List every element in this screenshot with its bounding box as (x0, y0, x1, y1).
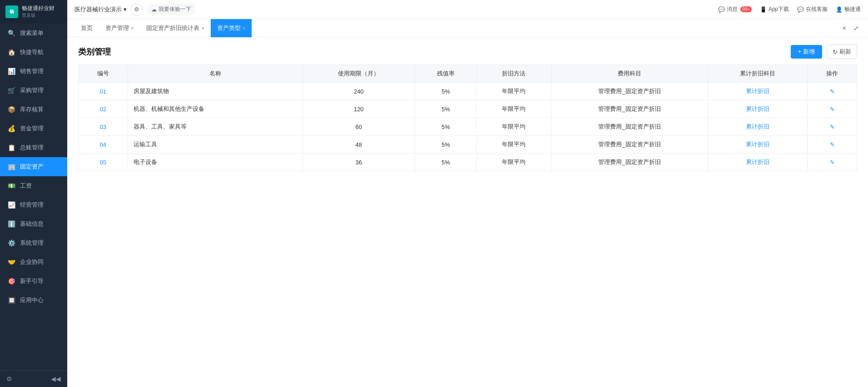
cell-method: 年限平均 (476, 83, 551, 100)
sidebar-item-inventory[interactable]: 📦 库存核算 (0, 100, 67, 119)
cell-method: 年限平均 (476, 118, 551, 136)
sidebar: 畅 畅捷通好业财 普及版 🔍 搜索菜单 🏠 快捷导航 📊 销售管理 🛒 采购管理… (0, 0, 67, 387)
tab-home[interactable]: 首页 (74, 19, 99, 37)
app-download-label: App下载 (769, 5, 789, 13)
cell-method: 年限平均 (476, 154, 551, 171)
cell-number: 05 (79, 154, 128, 171)
table-row: 02 机器、机械和其他生产设备 120 5% 年限平均 管理费用_固定资产折旧 … (79, 100, 857, 118)
sidebar-item-search[interactable]: 🔍 搜索菜单 (0, 24, 67, 43)
app-center-icon: 🔲 (7, 296, 15, 304)
cell-op[interactable]: ✎ (808, 136, 857, 154)
th-残值率: 残值率 (415, 65, 476, 83)
sidebar-item-purchase[interactable]: 🛒 采购管理 (0, 81, 67, 100)
sidebar-item-label: 系统管理 (20, 239, 44, 247)
refresh-button[interactable]: ↻ 刷新 (827, 45, 857, 59)
sidebar-settings-icon[interactable]: ⚙ (6, 375, 12, 382)
fixed-assets-icon: 🏢 (7, 163, 15, 171)
topbar-action-online-service[interactable]: 💬 在线客服 (797, 5, 828, 13)
window-close-icon[interactable]: × (841, 23, 848, 34)
tab-asset-type[interactable]: 资产类型× (211, 19, 252, 37)
sidebar-item-capital[interactable]: 💰 资金管理 (0, 119, 67, 138)
sidebar-item-label: 企业协同 (20, 258, 44, 266)
topbar-action-user[interactable]: 👤 畅捷通 (836, 5, 861, 13)
sidebar-item-operations[interactable]: 📈 经营管理 (0, 195, 67, 214)
cell-number: 04 (79, 136, 128, 154)
purchase-icon: 🛒 (7, 86, 15, 94)
cell-residual: 5% (415, 118, 476, 136)
badge-messages: 99+ (740, 6, 751, 12)
topbar: 医疗器械行业演示 ▾ ⚙ ☁ 我要体验一下 💬 消息 99+ 📱 App下载 💬… (67, 0, 868, 19)
online-service-icon: 💬 (797, 6, 804, 13)
sidebar-item-system[interactable]: ⚙️ 系统管理 (0, 233, 67, 253)
edit-icon[interactable]: ✎ (830, 141, 835, 148)
edit-icon[interactable]: ✎ (830, 124, 835, 130)
sidebar-item-quick-nav[interactable]: 🏠 快捷导航 (0, 43, 67, 62)
cell-op[interactable]: ✎ (808, 83, 857, 100)
cell-method: 年限平均 (476, 136, 551, 154)
enterprise-icon: 🤝 (7, 258, 15, 266)
cell-name: 房屋及建筑物 (128, 83, 303, 100)
table-body: 01 房屋及建筑物 240 5% 年限平均 管理费用_固定资产折旧 累计折旧 ✎… (79, 83, 857, 171)
refresh-icon: ↻ (833, 49, 838, 55)
sidebar-item-label: 基础信息 (20, 220, 44, 228)
company-selector[interactable]: 医疗器械行业演示 ▾ (74, 5, 127, 14)
tab-close-asset-mgmt[interactable]: × (131, 25, 134, 31)
sidebar-item-label: 资金管理 (20, 124, 44, 133)
gear-icon: ⚙ (134, 6, 139, 13)
cell-op[interactable]: ✎ (808, 100, 857, 118)
sidebar-item-app-center[interactable]: 🔲 应用中心 (0, 291, 67, 310)
sidebar-item-payroll[interactable]: 💵 工资 (0, 176, 67, 195)
sidebar-item-basic-info[interactable]: ℹ️ 基础信息 (0, 214, 67, 233)
cell-accum: 累计折旧 (708, 118, 808, 136)
tab-asset-mgmt[interactable]: 资产管理× (99, 19, 140, 37)
new-button[interactable]: + 新增 (791, 45, 822, 59)
sidebar-item-label: 快捷导航 (20, 48, 44, 56)
topbar-settings-button[interactable]: ⚙ (130, 3, 143, 16)
sidebar-item-label: 销售管理 (20, 67, 44, 75)
table-row: 05 电子设备 36 5% 年限平均 管理费用_固定资产折旧 累计折旧 ✎ (79, 154, 857, 171)
cell-op[interactable]: ✎ (808, 154, 857, 171)
sidebar-item-ledger[interactable]: 📋 总账管理 (0, 138, 67, 157)
window-expand-icon[interactable]: ⤢ (852, 23, 861, 34)
topbar-action-app-download[interactable]: 📱 App下载 (760, 5, 789, 13)
sidebar-item-enterprise[interactable]: 🤝 企业协同 (0, 253, 67, 272)
sidebar-item-label: 固定资产 (20, 163, 44, 171)
user-label: 畅捷通 (844, 5, 861, 13)
edit-icon[interactable]: ✎ (830, 159, 835, 166)
cloud-icon: ☁ (151, 6, 157, 13)
sidebar-collapse-icon[interactable]: ◀◀ (51, 375, 61, 382)
cell-accum: 累计折旧 (708, 154, 808, 171)
tab-label-depreciation-table: 固定资产折旧统计表 (146, 24, 199, 32)
sidebar-nav: 🔍 搜索菜单 🏠 快捷导航 📊 销售管理 🛒 采购管理 📦 库存核算 💰 资金管… (0, 24, 67, 370)
sidebar-item-guide[interactable]: 🎯 新手引导 (0, 272, 67, 291)
table-row: 03 器具、工具、家具等 60 5% 年限平均 管理费用_固定资产折旧 累计折旧… (79, 118, 857, 136)
table-header-row: 编号名称使用期限（月）残值率折旧方法费用科目累计折旧科目操作 (79, 65, 857, 83)
cell-accum: 累计折旧 (708, 136, 808, 154)
tab-depreciation-table[interactable]: 固定资产折旧统计表× (140, 19, 210, 37)
sidebar-item-fixed-assets[interactable]: 🏢 固定资产 (0, 157, 67, 176)
page-actions: + 新增 ↻ 刷新 (791, 45, 857, 59)
tab-label-home: 首页 (81, 24, 93, 32)
tab-close-depreciation-table[interactable]: × (201, 25, 204, 31)
sidebar-item-sales[interactable]: 📊 销售管理 (0, 62, 67, 81)
page-content: 类别管理 + 新增 ↻ 刷新 编号名称使用期限（月）残值率折旧方法费用科目累计折… (67, 37, 868, 387)
th-费用科目: 费用科目 (551, 65, 708, 83)
tab-close-asset-type[interactable]: × (243, 25, 245, 31)
search-icon: 🔍 (7, 29, 15, 37)
edit-icon[interactable]: ✎ (830, 106, 835, 113)
th-折旧方法: 折旧方法 (476, 65, 551, 83)
experience-button[interactable]: ☁ 我要体验一下 (147, 4, 196, 15)
cell-period: 48 (303, 136, 415, 154)
table-container: 编号名称使用期限（月）残值率折旧方法费用科目累计折旧科目操作 01 房屋及建筑物… (67, 64, 868, 387)
topbar-action-messages[interactable]: 💬 消息 99+ (718, 5, 751, 13)
cell-accum: 累计折旧 (708, 100, 808, 118)
app-logo: 畅 (5, 5, 18, 18)
edit-icon[interactable]: ✎ (830, 88, 835, 95)
sidebar-item-label: 搜索菜单 (20, 29, 44, 37)
ledger-icon: 📋 (7, 144, 15, 152)
cell-period: 120 (303, 100, 415, 118)
capital-icon: 💰 (7, 124, 15, 133)
cell-op[interactable]: ✎ (808, 118, 857, 136)
cell-number: 03 (79, 118, 128, 136)
topbar-left: 医疗器械行业演示 ▾ ⚙ ☁ 我要体验一下 (74, 3, 196, 16)
